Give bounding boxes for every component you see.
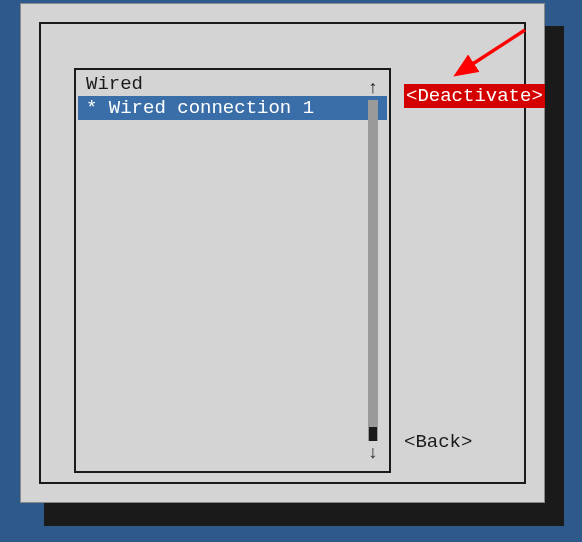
back-button[interactable]: <Back> bbox=[404, 430, 472, 454]
connection-list-content: Wired * Wired connection 1 bbox=[76, 70, 389, 122]
connection-name: Wired connection 1 bbox=[109, 97, 314, 119]
scroll-track-bar[interactable] bbox=[368, 100, 378, 441]
connection-category: Wired bbox=[78, 72, 387, 96]
scroll-down-icon[interactable]: ↓ bbox=[368, 445, 379, 461]
scroll-thumb[interactable] bbox=[369, 427, 377, 441]
connection-item-selected[interactable]: * Wired connection 1 bbox=[78, 96, 387, 120]
scrollbar[interactable]: ↑ ↓ bbox=[365, 80, 381, 461]
deactivate-button[interactable]: <Deactivate> bbox=[404, 84, 545, 108]
dialog-window: Wired * Wired connection 1 ↑ ↓ <Deactiva… bbox=[20, 3, 545, 503]
connection-active-marker: * bbox=[86, 97, 109, 119]
scroll-up-icon[interactable]: ↑ bbox=[368, 80, 379, 96]
connection-list[interactable]: Wired * Wired connection 1 ↑ ↓ bbox=[74, 68, 391, 473]
